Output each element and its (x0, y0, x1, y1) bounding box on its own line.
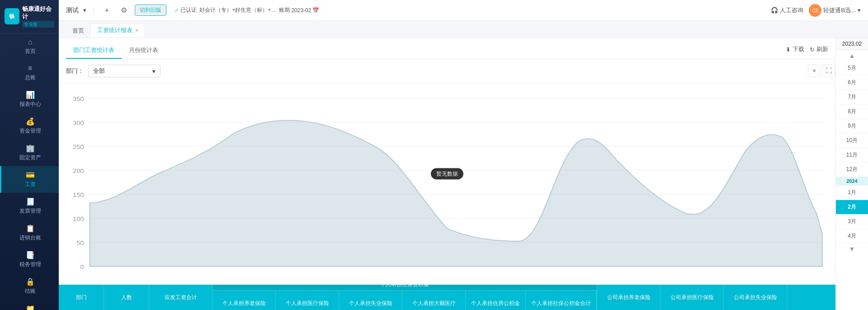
sidebar-item-invoice[interactable]: 🧾 发票管理 (0, 193, 59, 219)
avatar: CE (809, 4, 821, 17)
date-month-7[interactable]: 7月 (836, 90, 868, 105)
close-panel-button[interactable]: × (808, 64, 821, 77)
tab-close-icon[interactable]: × (135, 27, 138, 33)
tax-icon: 📑 (26, 251, 35, 259)
project-dropdown[interactable]: ▾ (83, 7, 86, 14)
sidebar-item-closing[interactable]: 🔒 结账 (0, 273, 59, 300)
funds-icon: 💰 (26, 117, 35, 126)
archive-icon: 📁 (26, 304, 35, 310)
date-month-9[interactable]: 9月 (836, 119, 868, 134)
col-dept: 部门 (59, 285, 104, 310)
subtabs-left: 部门工资统计表 月份统计表 (66, 43, 165, 59)
tags-badge: 好会计（专）+好生意（标）+… (199, 6, 276, 14)
subtabs-right: ⬇ 下载 ↻ 刷新 (786, 45, 828, 56)
invoice-icon: 🧾 (26, 197, 35, 206)
select-chevron-icon: ▾ (152, 68, 156, 75)
sidebar-item-tax[interactable]: 📑 税务管理 (0, 246, 59, 273)
date-month-8[interactable]: 8月 (836, 105, 868, 119)
tab-home[interactable]: 首页 (66, 24, 90, 38)
sidebar-item-sales[interactable]: 📋 进销台账 (0, 219, 59, 246)
date-month-3[interactable]: 3月 (836, 215, 868, 229)
sidebar-label-home: 首页 (25, 48, 36, 55)
subtab-dept[interactable]: 部门工资统计表 (66, 43, 122, 59)
sidebar-nav: ⌂ 首页 ≡ 总账 📊 报表中心 💰 资金管理 🏢 固定资产 💳 工资 🧾 发票… (0, 33, 59, 310)
tab-active-label: 工资统计报表 (97, 26, 132, 34)
subtab-monthly[interactable]: 月份统计表 (122, 43, 165, 59)
group-personal-label: 个人承担社保公积金 (212, 285, 597, 291)
download-button[interactable]: ⬇ 下载 (786, 45, 804, 53)
headset-icon: 🎧 (771, 7, 778, 14)
topbar: 测试 ▾ | + ⚙ 切到旧版 ✓ 已认证 好会计（专）+好生意（标）+… 账期… (59, 0, 868, 21)
date-panel: 2023.02 ▲ 5月 6月 7月 8月 9月 10月 11月 (835, 38, 868, 310)
float-controls: × ⛶ (808, 64, 835, 77)
sidebar-item-archive[interactable]: 📁 归档管理 (0, 300, 59, 310)
col-personal-unemployment: 个人承担失业保险 (339, 291, 402, 310)
group-personal-social: 个人承担社保公积金 个人承担养老保险 个人承担医疗保险 个人承担失业保险 个人承… (212, 285, 597, 310)
svg-text:150: 150 (73, 192, 84, 198)
period-value: 2023-02 (291, 7, 311, 14)
chart-area: 350 300 250 200 150 100 50 0 (59, 83, 835, 285)
date-month-1[interactable]: 1月 (836, 186, 868, 200)
svg-text:200: 200 (73, 168, 84, 174)
period-badge: 账期 2023-02 📅 (279, 6, 319, 14)
year-2024-label: 2024 (836, 177, 868, 186)
sidebar-label-funds: 资金管理 (19, 127, 41, 135)
chart-svg: 350 300 250 200 150 100 50 0 (66, 91, 828, 285)
sidebar-item-assets[interactable]: 🏢 固定资产 (0, 139, 59, 166)
date-year-display[interactable]: 2023.02 (836, 38, 868, 50)
maximize-button[interactable]: ⛶ (822, 64, 835, 77)
svg-text:250: 250 (73, 144, 84, 150)
sidebar-label-invoice: 发票管理 (19, 207, 41, 215)
main-area: 测试 ▾ | + ⚙ 切到旧版 ✓ 已认证 好会计（专）+好生意（标）+… 账期… (59, 0, 868, 310)
col-company-medical: 公司承担医疗保险 (660, 285, 724, 310)
reports-icon: 📊 (26, 91, 35, 99)
main-panel: 部门工资统计表 月份统计表 ⬇ 下载 ↻ 刷新 (59, 38, 835, 310)
assets-icon: 🏢 (26, 144, 35, 153)
svg-text:300: 300 (73, 120, 84, 126)
sidebar-label-ledger: 总账 (25, 74, 36, 81)
svg-text:50: 50 (76, 240, 84, 246)
sidebar-item-funds[interactable]: 💰 资金管理 (0, 113, 59, 139)
filter-row: 部门： 全部 ▾ (59, 59, 835, 83)
separator1: | (93, 7, 94, 14)
ai-consult-button[interactable]: 🎧 人工咨询 (771, 6, 803, 14)
date-month-5[interactable]: 5月 (836, 61, 868, 76)
maximize-icon: ⛶ (826, 67, 832, 74)
sidebar-label-closing: 结账 (25, 287, 36, 295)
switch-old-version-button[interactable]: 切到旧版 (135, 5, 166, 16)
col-personal-medical: 个人承担医疗保险 (276, 291, 339, 310)
sidebar-item-ledger[interactable]: ≡ 总账 (0, 60, 59, 86)
sidebar-label-payroll: 工资 (25, 181, 36, 188)
user-name-label: 轻捷通B迅... (823, 6, 856, 14)
date-month-10[interactable]: 10月 (836, 134, 868, 148)
brand-name: 畅康通好会计 (22, 5, 54, 21)
refresh-button[interactable]: ↻ 刷新 (810, 45, 828, 53)
user-menu-button[interactable]: CE 轻捷通B迅... ▾ (809, 4, 861, 17)
date-month-4[interactable]: 4月 (836, 229, 868, 243)
sidebar-item-reports[interactable]: 📊 报表中心 (0, 86, 59, 113)
closing-icon: 🔒 (26, 277, 35, 286)
dept-select[interactable]: 全部 ▾ (88, 65, 160, 77)
date-month-2-active[interactable]: 2月 (836, 200, 868, 215)
tab-payroll-stats[interactable]: 工资统计报表 × (90, 23, 145, 38)
col-personal-housing: 个人承担住房公积金 (466, 291, 526, 310)
gear-button[interactable]: ⚙ (118, 4, 130, 17)
sidebar-label-sales: 进销台账 (19, 234, 41, 242)
add-button[interactable]: + (100, 4, 113, 17)
sidebar-item-home[interactable]: ⌂ 首页 (0, 33, 59, 60)
svg-text:100: 100 (73, 216, 84, 222)
date-month-6[interactable]: 6月 (836, 76, 868, 90)
date-month-11[interactable]: 11月 (836, 148, 868, 162)
date-nav-down-button[interactable]: ▼ (836, 243, 868, 254)
close-icon: × (812, 67, 816, 74)
sidebar-label-reports: 报表中心 (19, 100, 41, 108)
group-personal-cols: 个人承担养老保险 个人承担医疗保险 个人承担失业保险 个人承担大额医疗 个人承担 (212, 291, 597, 310)
logo-icon: 畅 (5, 8, 19, 24)
user-chevron-icon: ▾ (858, 7, 861, 14)
date-nav-up-button[interactable]: ▲ (836, 50, 868, 61)
subtab-dept-label: 部门工资统计表 (73, 47, 114, 53)
col-personal-pension: 个人承担养老保险 (212, 291, 276, 310)
date-month-12[interactable]: 12月 (836, 162, 868, 177)
sidebar-item-payroll[interactable]: 💳 工资 (0, 166, 59, 193)
sales-icon: 📋 (26, 224, 35, 233)
